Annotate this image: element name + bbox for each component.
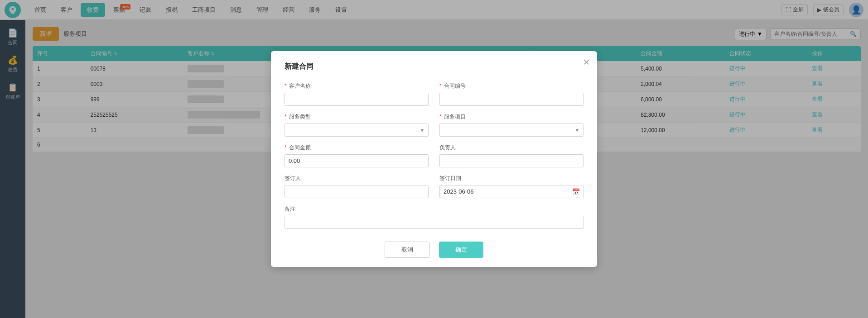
required-mark: * bbox=[439, 83, 442, 89]
cancel-button[interactable]: 取消 bbox=[385, 242, 430, 258]
field-contract-amount: * 合同金额 bbox=[285, 144, 429, 167]
input-contract-no[interactable] bbox=[439, 93, 583, 106]
input-contract-amount[interactable] bbox=[285, 154, 429, 167]
label-notes: 备注 bbox=[285, 205, 583, 213]
label-service-type: * 服务类型 bbox=[285, 113, 429, 121]
dialog-footer: 取消 确定 bbox=[285, 242, 583, 258]
label-customer-name: * 客户名称 bbox=[285, 82, 429, 90]
field-responsible: 负责人 bbox=[439, 144, 583, 167]
field-service-item: * 服务项目 ▼ bbox=[439, 113, 583, 137]
input-customer-name[interactable] bbox=[285, 93, 429, 106]
confirm-button[interactable]: 确定 bbox=[439, 242, 483, 258]
select-service-type[interactable] bbox=[285, 123, 429, 137]
new-contract-dialog: 新建合同 ✕ * 客户名称 * 合同编号 bbox=[271, 51, 597, 267]
input-responsible[interactable] bbox=[439, 154, 583, 167]
label-signer: 签订人 bbox=[285, 175, 429, 182]
label-contract-no: * 合同编号 bbox=[439, 82, 583, 90]
select-service-item[interactable] bbox=[439, 123, 583, 137]
date-wrap: 📅 bbox=[439, 185, 583, 198]
field-notes: 备注 bbox=[285, 205, 583, 229]
input-sign-date[interactable] bbox=[439, 185, 583, 198]
field-sign-date: 签订日期 📅 bbox=[439, 175, 583, 198]
label-contract-amount: * 合同金额 bbox=[285, 144, 429, 152]
dialog-form: * 客户名称 * 合同编号 * 服务类型 bbox=[285, 82, 583, 229]
label-responsible: 负责人 bbox=[439, 144, 583, 152]
select-wrap-service-item: ▼ bbox=[439, 123, 583, 137]
required-mark: * bbox=[285, 83, 287, 89]
required-mark: * bbox=[439, 114, 442, 120]
select-wrap-service-type: ▼ bbox=[285, 123, 429, 137]
modal-overlay: 新建合同 ✕ * 客户名称 * 合同编号 bbox=[0, 0, 868, 318]
field-customer-name: * 客户名称 bbox=[285, 82, 429, 106]
label-service-item: * 服务项目 bbox=[439, 113, 583, 121]
field-contract-no: * 合同编号 bbox=[439, 82, 583, 106]
input-notes[interactable] bbox=[285, 216, 583, 229]
input-signer[interactable] bbox=[285, 185, 429, 198]
field-signer: 签订人 bbox=[285, 175, 429, 198]
dialog-close-button[interactable]: ✕ bbox=[583, 57, 590, 67]
dialog-title: 新建合同 bbox=[285, 62, 583, 71]
required-mark: * bbox=[285, 114, 287, 120]
field-service-type: * 服务类型 ▼ bbox=[285, 113, 429, 137]
required-mark: * bbox=[285, 144, 287, 151]
label-sign-date: 签订日期 bbox=[439, 175, 583, 182]
